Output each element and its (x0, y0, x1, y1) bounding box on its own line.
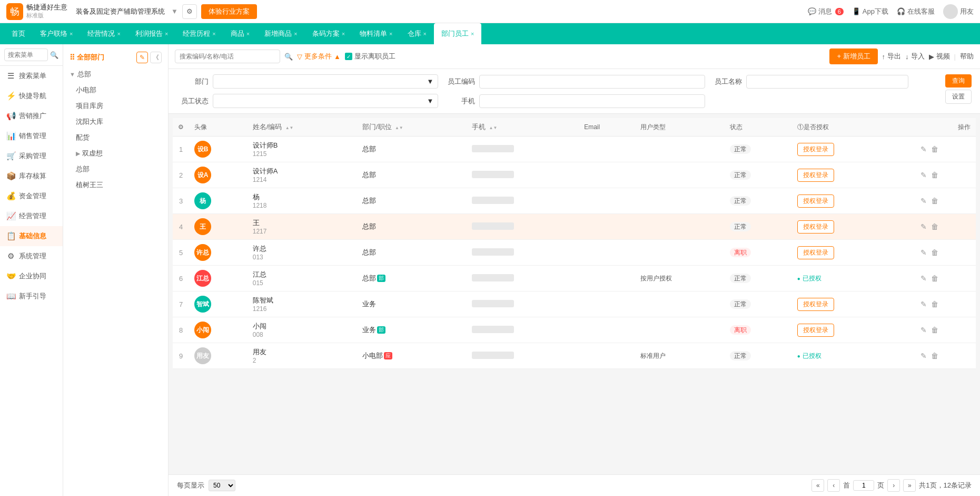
page-number-input[interactable] (853, 480, 874, 491)
more-filter-btn[interactable]: ▽ 更多条件 ▲ (297, 52, 341, 61)
col-settings[interactable]: ⚙ (173, 118, 189, 137)
service-btn[interactable]: 🎧 在线客服 (897, 7, 935, 16)
delete-icon[interactable]: 🗑 (931, 326, 938, 334)
delete-icon[interactable]: 🗑 (931, 145, 938, 153)
tab-profit[interactable]: 利润报告× (128, 23, 175, 44)
view-btn[interactable]: ▶ 视频 (929, 52, 950, 61)
tab-dept-close[interactable]: × (471, 31, 474, 37)
dept-tree-collapse-btn[interactable]: 《 (150, 52, 162, 63)
sidebar-item-purchase[interactable]: 🛒采购管理 (0, 146, 63, 166)
col-phone-sort[interactable]: ▲▼ (489, 126, 498, 130)
sidebar-item-collab[interactable]: 🤝企业协同 (0, 266, 63, 286)
col-dept[interactable]: 部门/职位 ▲▼ (357, 118, 467, 137)
tab-goods-close[interactable]: × (246, 31, 250, 37)
tree-node-zongbu2[interactable]: 总部 (63, 161, 168, 177)
auth-btn[interactable]: 授权登录 (797, 298, 834, 311)
phone-input[interactable] (479, 94, 705, 108)
tab-operation[interactable]: 经营情况× (80, 23, 127, 44)
try-btn[interactable]: 体验行业方案 (201, 4, 257, 19)
dept-tree-edit-btn[interactable]: ✎ (136, 52, 148, 63)
col-phone[interactable]: 手机 ▲▼ (467, 118, 579, 137)
tab-history-close[interactable]: × (212, 31, 215, 37)
tab-home[interactable]: 首页 (4, 23, 33, 44)
sidebar-item-marketing[interactable]: 📢营销推广 (0, 106, 63, 126)
edit-icon[interactable]: ✎ (920, 171, 927, 179)
edit-icon[interactable]: ✎ (920, 352, 927, 360)
auth-btn[interactable]: 授权登录 (797, 143, 834, 156)
next-page-btn[interactable]: › (887, 479, 900, 492)
tab-customer-close[interactable]: × (70, 31, 73, 37)
user-area[interactable]: 用友 (943, 4, 974, 19)
tab-barcode[interactable]: 条码方案× (305, 23, 352, 44)
tab-history[interactable]: 经营历程× (175, 23, 223, 44)
gear-button[interactable]: ⚙ (182, 4, 197, 19)
edit-icon[interactable]: ✎ (920, 274, 927, 283)
sidebar-item-search[interactable]: ☰搜索菜单 (0, 66, 63, 86)
tree-node-project[interactable]: 项目库房 (63, 98, 168, 114)
col-name-sort[interactable]: ▲▼ (285, 126, 294, 130)
auth-btn[interactable]: 授权登录 (797, 324, 834, 337)
tree-node-zongbu-root[interactable]: ▼ 总部 (63, 66, 168, 82)
auth-btn[interactable]: 授权登录 (797, 246, 834, 259)
sidebar-item-inventory[interactable]: 📦库存核算 (0, 166, 63, 186)
col-name[interactable]: 姓名/编码 ▲▼ (248, 118, 357, 137)
export-btn[interactable]: ↑ 导出 (882, 52, 902, 61)
help-btn[interactable]: 帮助 (960, 52, 974, 61)
prev-page-btn[interactable]: ‹ (827, 479, 840, 492)
tab-customer[interactable]: 客户联络× (33, 23, 80, 44)
delete-icon[interactable]: 🗑 (931, 300, 938, 308)
employee-search-input[interactable] (175, 50, 280, 63)
edit-icon[interactable]: ✎ (920, 300, 927, 308)
sidebar-item-biz[interactable]: 📈经营管理 (0, 206, 63, 226)
emp-name-input[interactable] (746, 75, 908, 89)
filter-search-btn[interactable]: 查询 (945, 74, 972, 87)
import-btn[interactable]: ↓ 导入 (905, 52, 925, 61)
app-download-btn[interactable]: 📱 App下载 (852, 7, 888, 16)
tab-operation-close[interactable]: × (117, 31, 120, 37)
show-resign-checkbox[interactable]: ✓ 显示离职员工 (345, 52, 395, 61)
first-page-btn[interactable]: « (811, 479, 824, 492)
tab-bom[interactable]: 物料清单× (352, 23, 400, 44)
tab-add-goods[interactable]: 新增商品× (257, 23, 304, 44)
emp-status-select[interactable]: ▼ (213, 94, 438, 108)
per-page-select[interactable]: 50 100 (209, 480, 235, 491)
sidebar-item-finance[interactable]: 💰资金管理 (0, 186, 63, 206)
delete-icon[interactable]: 🗑 (931, 248, 938, 257)
delete-icon[interactable]: 🗑 (931, 274, 938, 283)
delete-icon[interactable]: 🗑 (931, 197, 938, 205)
delete-icon[interactable]: 🗑 (931, 222, 938, 231)
sidebar-item-nav[interactable]: ⚡快捷导航 (0, 86, 63, 106)
tree-node-peihuo[interactable]: 配货 (63, 130, 168, 145)
edit-icon[interactable]: ✎ (920, 222, 927, 231)
tab-warehouse[interactable]: 仓库× (400, 23, 434, 44)
tree-node-shuang[interactable]: ▶ 双虚想 (63, 145, 168, 161)
tab-barcode-close[interactable]: × (342, 31, 345, 37)
tree-node-xiaodian[interactable]: 小电部 (63, 82, 168, 98)
tree-node-zhishu[interactable]: 植树王三 (63, 177, 168, 193)
delete-icon[interactable]: 🗑 (931, 352, 938, 360)
col-dept-sort[interactable]: ▲▼ (395, 126, 403, 130)
tab-warehouse-close[interactable]: × (423, 31, 427, 37)
dept-filter-select[interactable]: ▼ (213, 74, 438, 89)
auth-btn[interactable]: 授权登录 (797, 220, 834, 234)
auth-btn[interactable]: 授权登录 (797, 194, 834, 208)
employee-search-btn[interactable]: 🔍 (284, 53, 293, 61)
tab-profit-close[interactable]: × (165, 31, 168, 37)
edit-icon[interactable]: ✎ (920, 197, 927, 205)
add-employee-btn[interactable]: + 新增员工 (829, 48, 877, 64)
tab-dept-employee[interactable]: 部门员工× (434, 23, 481, 44)
tab-add-goods-close[interactable]: × (294, 31, 297, 37)
sidebar-item-guide[interactable]: 📖新手引导 (0, 286, 63, 306)
emp-code-input[interactable] (479, 75, 705, 89)
delete-icon[interactable]: 🗑 (931, 171, 938, 179)
sidebar-item-sales[interactable]: 📊销售管理 (0, 126, 63, 146)
sidebar-search-input[interactable] (4, 48, 48, 61)
edit-icon[interactable]: ✎ (920, 326, 927, 334)
filter-set-btn[interactable]: 设置 (945, 90, 972, 104)
tab-goods[interactable]: 商品× (223, 23, 257, 44)
edit-icon[interactable]: ✎ (920, 248, 927, 257)
message-btn[interactable]: 💬 消息 6 (808, 7, 844, 16)
edit-icon[interactable]: ✎ (920, 145, 927, 153)
last-page-btn[interactable]: » (903, 479, 916, 492)
tab-bom-close[interactable]: × (389, 31, 392, 37)
